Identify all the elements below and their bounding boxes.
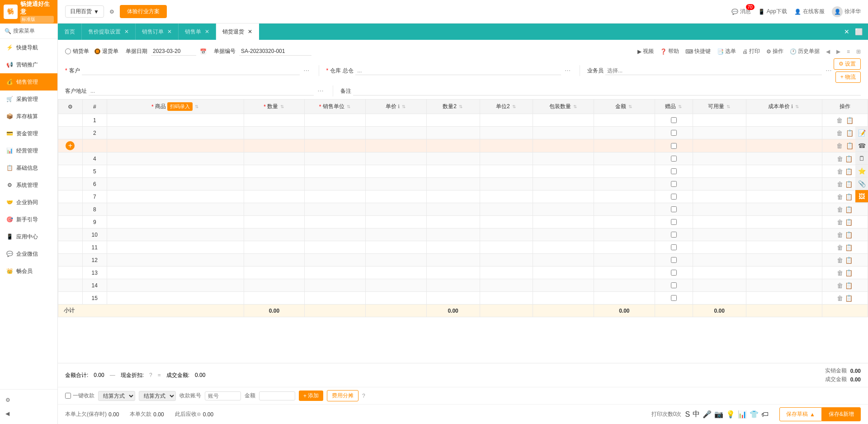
- experience-btn[interactable]: 体验行业方案: [120, 5, 167, 18]
- col-settings[interactable]: ⚙: [58, 100, 83, 114]
- rp-attach-icon[interactable]: 📎: [855, 177, 868, 190]
- unit-sort-icon[interactable]: ⇅: [347, 104, 350, 109]
- delete-icon-2[interactable]: 🗑: [836, 129, 843, 137]
- tab-home[interactable]: 首页: [58, 24, 82, 40]
- industry-select[interactable]: 日用百货 ▼: [65, 5, 104, 18]
- split-help-icon[interactable]: ?: [362, 393, 365, 399]
- radio-delivery-input[interactable]: [65, 48, 71, 54]
- view-grid-icon[interactable]: ⊞: [856, 48, 861, 55]
- price-info-icon[interactable]: ℹ: [398, 104, 400, 110]
- copy-icon-10[interactable]: 📋: [845, 231, 853, 238]
- delete-icon-7[interactable]: 🗑: [837, 193, 843, 200]
- copy-icon-9[interactable]: 📋: [845, 219, 853, 226]
- copy-icon-14[interactable]: 📋: [845, 282, 853, 289]
- copy-icon-2[interactable]: 📋: [846, 129, 854, 137]
- radio-delivery[interactable]: 销货单: [65, 48, 89, 55]
- row-product-3[interactable]: [107, 139, 244, 152]
- delete-icon-4[interactable]: 🗑: [837, 155, 843, 162]
- copy-icon-12[interactable]: 📋: [845, 257, 853, 264]
- delete-icon-3[interactable]: 🗑: [836, 142, 843, 149]
- sub-method-select[interactable]: 结算方式: [139, 391, 176, 401]
- calendar-icon[interactable]: 📅: [200, 48, 207, 55]
- action-print[interactable]: 🖨 打印: [742, 48, 760, 55]
- avail-sort-icon[interactable]: ⇅: [726, 104, 730, 109]
- copy-icon-15[interactable]: 📋: [845, 295, 853, 302]
- date-input[interactable]: [151, 47, 196, 56]
- sidebar-settings-btn[interactable]: ⚙: [0, 393, 57, 407]
- product-sort-icon[interactable]: ⇅: [195, 104, 198, 109]
- toolbar-icon-3[interactable]: 🎤: [703, 410, 712, 419]
- save-new-btn[interactable]: 保存&新增: [822, 407, 861, 421]
- view-list-icon[interactable]: ≡: [847, 48, 850, 55]
- sidebar-item-inventory[interactable]: 📦 库存核算: [0, 108, 57, 125]
- copy-icon-11[interactable]: 📋: [845, 244, 853, 251]
- doc-no-input[interactable]: [239, 47, 311, 56]
- toolbar-icon-8[interactable]: 🏷: [761, 410, 769, 419]
- gift-checkbox-8[interactable]: [671, 206, 677, 212]
- sidebar-item-basic-info[interactable]: 📋 基础信息: [0, 159, 57, 176]
- sidebar-item-sys-mgmt[interactable]: ⚙ 系统管理: [0, 176, 57, 194]
- copy-icon-6[interactable]: 📋: [845, 181, 853, 188]
- gift-sort-icon[interactable]: ⇅: [678, 104, 682, 109]
- row-product-1[interactable]: [107, 114, 244, 127]
- addr-input[interactable]: [89, 87, 314, 95]
- radio-return[interactable]: 退货单: [94, 48, 118, 55]
- sidebar-item-finance[interactable]: 💳 资金管理: [0, 125, 57, 142]
- account-input[interactable]: [205, 391, 241, 400]
- add-payment-btn[interactable]: + 添加: [299, 391, 323, 401]
- footer-amount-input[interactable]: [259, 391, 295, 400]
- calc-method-select[interactable]: 结算方式: [98, 391, 135, 401]
- warehouse-input[interactable]: [355, 67, 561, 75]
- copy-icon-13[interactable]: 📋: [845, 269, 853, 276]
- warehouse-more-btn[interactable]: ···: [563, 67, 572, 75]
- gift-checkbox-13[interactable]: [671, 270, 677, 276]
- discount-help-icon[interactable]: ?: [149, 372, 152, 378]
- toolbar-icon-6[interactable]: 📊: [738, 410, 747, 419]
- rp-image-icon[interactable]: 🖼: [855, 190, 868, 203]
- tab-sales-order[interactable]: 销售订单 ✕: [136, 24, 179, 40]
- gift-checkbox-9[interactable]: [671, 219, 677, 225]
- gift-checkbox-2[interactable]: [671, 130, 677, 136]
- gift-checkbox-5[interactable]: [671, 168, 677, 174]
- action-select[interactable]: 📑 选单: [717, 48, 736, 55]
- qty-sort-icon[interactable]: ⇅: [280, 104, 284, 109]
- staff-input[interactable]: [605, 67, 822, 75]
- nav-prev-icon[interactable]: ◀: [826, 48, 830, 55]
- delete-icon-5[interactable]: 🗑: [837, 168, 843, 175]
- gift-checkbox-14[interactable]: [671, 282, 677, 288]
- user-menu[interactable]: 👤 徐泽华: [832, 6, 861, 17]
- tab-close-price-extract[interactable]: ✕: [124, 29, 129, 34]
- sidebar-item-enterprise-wechat[interactable]: 💬 企业微信: [0, 245, 57, 262]
- delete-icon-8[interactable]: 🗑: [837, 206, 843, 213]
- addr-more-btn[interactable]: ···: [316, 87, 325, 95]
- sidebar-search[interactable]: 🔍 搜索菜单: [0, 24, 57, 39]
- cost-info-icon[interactable]: ℹ: [791, 104, 793, 110]
- copy-icon-3[interactable]: 📋: [846, 142, 854, 149]
- copy-icon-4[interactable]: 📋: [845, 155, 853, 162]
- toolbar-icon-7[interactable]: 👕: [750, 410, 759, 419]
- logistics-btn[interactable]: + 物流: [835, 71, 861, 83]
- gift-checkbox-3[interactable]: [671, 143, 677, 149]
- delete-icon-12[interactable]: 🗑: [837, 257, 843, 264]
- copy-icon-7[interactable]: 📋: [845, 193, 853, 200]
- sidebar-item-member[interactable]: 👑 畅会员: [0, 262, 57, 280]
- settings-col-icon[interactable]: ⚙: [68, 104, 73, 110]
- copy-icon-5[interactable]: 📋: [845, 168, 853, 175]
- copy-icon-8[interactable]: 📋: [845, 206, 853, 213]
- rp-memo-icon[interactable]: 🗒: [855, 152, 868, 165]
- delete-icon-15[interactable]: 🗑: [837, 295, 843, 302]
- online-service-btn[interactable]: 👤 在线客服: [794, 8, 825, 15]
- price-sort-icon[interactable]: ⇅: [402, 104, 406, 109]
- delete-icon-14[interactable]: 🗑: [837, 282, 843, 289]
- gift-checkbox-15[interactable]: [671, 295, 677, 301]
- rp-phone-icon[interactable]: ☎: [855, 139, 868, 152]
- sidebar-item-enterprise[interactable]: 🤝 企业协同: [0, 194, 57, 211]
- gift-checkbox-11[interactable]: [671, 244, 677, 250]
- toolbar-icon-1[interactable]: S: [685, 410, 690, 419]
- radio-return-input[interactable]: [94, 48, 100, 54]
- delete-icon-13[interactable]: 🗑: [837, 269, 843, 276]
- one-key-pay-label[interactable]: 一键收款: [65, 392, 94, 400]
- delete-icon-10[interactable]: 🗑: [837, 231, 843, 238]
- product-input-3[interactable]: [110, 143, 241, 149]
- sidebar-item-ops-mgmt[interactable]: 📊 经营管理: [0, 142, 57, 159]
